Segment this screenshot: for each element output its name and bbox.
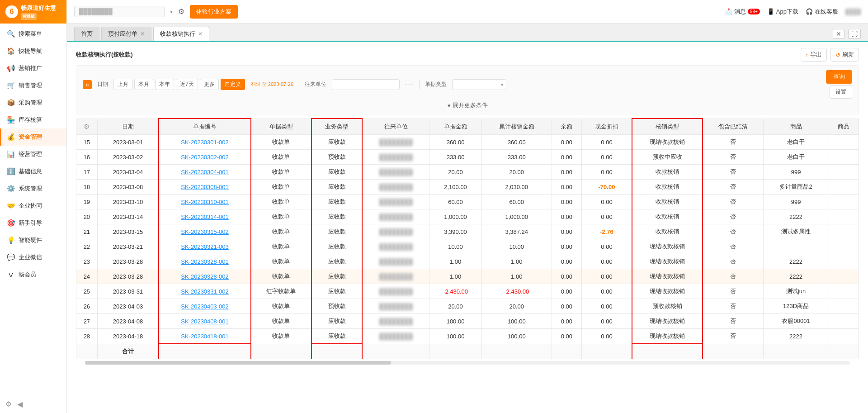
- sidebar-item-label: 基础信息: [19, 167, 42, 176]
- td-discount: -70.00: [582, 180, 632, 195]
- date-btn-this-year[interactable]: 本年: [155, 79, 174, 90]
- td-date: 2023-03-28: [97, 269, 159, 284]
- td-balance: 0.00: [552, 195, 581, 209]
- td-verify-type: 现结收款核销: [632, 269, 703, 284]
- td-doc-type: 收款单: [251, 239, 311, 254]
- doc-no-link[interactable]: SK-20230302-002: [181, 154, 229, 161]
- query-button[interactable]: 查询: [826, 70, 852, 84]
- column-settings-icon[interactable]: ⚙: [84, 123, 90, 130]
- expand-conditions-button[interactable]: ▾ 展开更多条件: [448, 101, 488, 109]
- table-row: 27 2023-04-08 SK-20230408-001 收款单 应收款 ██…: [76, 314, 859, 329]
- doc-no-link[interactable]: SK-20230328-002: [181, 273, 229, 280]
- td-balance: 0.00: [552, 329, 581, 344]
- doc-no-link[interactable]: SK-20230314-001: [181, 214, 229, 220]
- sidebar-item-wechat[interactable]: 💬 企业微信: [0, 249, 66, 266]
- doc-no-link[interactable]: SK-20230321-003: [181, 243, 229, 250]
- td-partner: ████████: [362, 224, 429, 239]
- scrollbar-thumb[interactable]: [85, 361, 391, 365]
- filter-settings-button[interactable]: 设置: [830, 85, 852, 99]
- td-date: 2023-03-08: [97, 180, 159, 195]
- doc-no-link[interactable]: SK-20230331-002: [181, 288, 229, 295]
- td-goods1: 老白干: [763, 135, 829, 150]
- th-settings[interactable]: ⚙: [76, 119, 98, 135]
- tab-home[interactable]: 首页: [74, 27, 99, 41]
- vip-icon: V: [7, 271, 15, 279]
- app-download-button[interactable]: 📱 App下载: [767, 8, 798, 16]
- td-num: 26: [76, 299, 98, 314]
- service-label: 在线客服: [815, 8, 838, 16]
- logo-title: 畅康道好生意: [21, 4, 56, 12]
- tab-collection[interactable]: 收款核销执行 ✕: [153, 27, 209, 41]
- doc-no-link[interactable]: SK-20230328-001: [181, 258, 229, 265]
- filter-dots[interactable]: ···: [405, 81, 414, 89]
- sidebar-item-basic[interactable]: ℹ️ 基础信息: [0, 163, 66, 180]
- td-date: 2023-03-28: [97, 254, 159, 269]
- refresh-button[interactable]: ↺ 刷新: [830, 48, 859, 62]
- td-included: 否: [703, 209, 763, 224]
- doc-no-link[interactable]: SK-20230418-001: [181, 333, 229, 340]
- topbar-gear-icon[interactable]: ⚙: [178, 7, 184, 16]
- td-biz-type: 应收款: [311, 209, 362, 224]
- receipt-type-select[interactable]: [452, 79, 506, 90]
- sidebar-item-shortcut[interactable]: 🏠 快捷导航: [0, 43, 66, 60]
- online-service-button[interactable]: 🎧 在线客服: [806, 8, 838, 16]
- sidebar-item-search[interactable]: 🔍 搜索菜单: [0, 25, 66, 43]
- td-doc-type: 收款单: [251, 329, 311, 344]
- date-btn-last-month[interactable]: 上月: [113, 79, 132, 90]
- scrollbar-track[interactable]: [85, 361, 850, 365]
- sidebar-item-guide[interactable]: 🎯 新手引导: [0, 214, 66, 232]
- td-num: 23: [76, 254, 98, 269]
- td-biz-type: 应收款: [311, 254, 362, 269]
- td-amount: 1.00: [429, 254, 482, 269]
- td-goods1: 2222: [763, 329, 829, 344]
- total-row: 合计: [76, 344, 859, 359]
- sidebar-item-member[interactable]: V 畅会员: [0, 266, 66, 283]
- handshake-icon: 🤝: [7, 202, 15, 210]
- sidebar-item-operation[interactable]: 📊 经营管理: [0, 146, 66, 163]
- message-button[interactable]: 📩 消息 99+: [725, 8, 760, 16]
- doc-no-link[interactable]: SK-20230403-002: [181, 303, 229, 310]
- th-goods2: 商品: [829, 119, 859, 135]
- doc-no-link[interactable]: SK-20230315-002: [181, 228, 229, 235]
- doc-no-link[interactable]: SK-20230301-002: [181, 139, 229, 146]
- settings-footer-icon[interactable]: ⚙: [5, 400, 12, 408]
- td-included: 否: [703, 165, 763, 180]
- tab-prepay[interactable]: 预付应付单 ✕: [101, 27, 151, 41]
- table-row: 15 2023-03-01 SK-20230301-002 收款单 应收款 ██…: [76, 135, 859, 150]
- doc-no-link[interactable]: SK-20230304-001: [181, 169, 229, 176]
- date-btn-more[interactable]: 更多: [200, 79, 219, 90]
- sidebar-item-system[interactable]: ⚙️ 系统管理: [0, 180, 66, 197]
- td-goods1: 123D商品: [763, 299, 829, 314]
- sidebar-item-sales[interactable]: 🛒 销售管理: [0, 77, 66, 94]
- td-goods2: [829, 180, 859, 195]
- sidebar-item-hardware[interactable]: 💡 智能硬件: [0, 232, 66, 249]
- sidebar-item-marketing[interactable]: 📢 营销推广: [0, 60, 66, 77]
- expand-tab-button[interactable]: ⛶: [848, 29, 861, 39]
- th-partner: 往来单位: [362, 119, 429, 135]
- header-actions: ↑ 导出 ↺ 刷新: [801, 48, 859, 62]
- close-tab-button[interactable]: ✕: [833, 29, 844, 39]
- td-amount: 60.00: [429, 195, 482, 209]
- collapse-icon[interactable]: ◀: [17, 400, 23, 408]
- export-button[interactable]: ↑ 导出: [801, 48, 827, 62]
- date-btn-custom[interactable]: 自定义: [221, 79, 245, 90]
- partner-input[interactable]: [332, 79, 400, 90]
- filter-expand-arrow[interactable]: »: [83, 80, 92, 89]
- sidebar-item-purchase[interactable]: 📦 采购管理: [0, 94, 66, 111]
- doc-no-link[interactable]: SK-20230408-001: [181, 318, 229, 325]
- logo-badge: 标推版: [21, 13, 37, 20]
- sidebar-item-stock[interactable]: 🏪 库存核算: [0, 111, 66, 128]
- topbar-chevron-icon[interactable]: ▾: [170, 9, 173, 15]
- doc-no-link[interactable]: SK-20230308-001: [181, 184, 229, 190]
- date-btn-7days[interactable]: 近7天: [176, 79, 198, 90]
- td-discount: 0.00: [582, 150, 632, 165]
- doc-no-link[interactable]: SK-20230310-001: [181, 199, 229, 205]
- tab-prepay-close[interactable]: ✕: [140, 31, 145, 37]
- sidebar-item-finance[interactable]: 💰 资金管理: [0, 128, 66, 146]
- topbar-search-input[interactable]: ████████: [74, 6, 165, 17]
- tab-collection-close[interactable]: ✕: [198, 31, 203, 37]
- td-discount: 0.00: [582, 329, 632, 344]
- sidebar-item-corp[interactable]: 🤝 企业协同: [0, 197, 66, 214]
- solution-button[interactable]: 体验行业方案: [190, 5, 238, 19]
- date-btn-this-month[interactable]: 本月: [134, 79, 153, 90]
